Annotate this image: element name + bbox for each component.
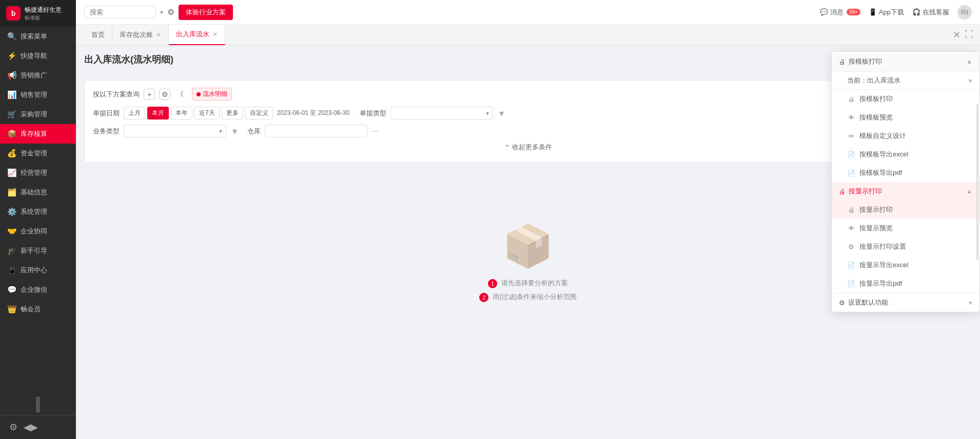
tabs-bar: 首页 库存批次账 ✕ 出入库流水 ✕ ✕ ⛶ bbox=[76, 25, 980, 45]
biz-type-select[interactable] bbox=[124, 125, 226, 137]
online-service-btn[interactable]: 🎧 在线客服 bbox=[912, 8, 949, 17]
sidebar-item-app-center[interactable]: 📱 应用中心 bbox=[0, 261, 76, 280]
template-preview-icon: 👁 bbox=[847, 114, 855, 122]
dropdown-footer[interactable]: ⚙ 设置默认功能 ▾ bbox=[832, 293, 979, 312]
date-btn-7days[interactable]: 近7天 bbox=[194, 107, 220, 119]
purchase-icon: 🛒 bbox=[7, 110, 16, 119]
filter-tag[interactable]: 流水明细 bbox=[192, 88, 232, 101]
empty-step-1: 1 请先选择要分析的方案 bbox=[488, 278, 568, 288]
footer-settings-icon: ⚙ bbox=[839, 299, 845, 307]
dropdown-item-display-export-excel[interactable]: 📄 按显示导出excel bbox=[832, 256, 979, 274]
sidebar-nav: 🔍 搜索菜单 ⚡ 快捷导航 📢 营销推广 📊 销售管理 🛒 采购管理 📦 库存核… bbox=[0, 27, 76, 394]
sidebar-item-guide[interactable]: 🎓 新手引导 bbox=[0, 241, 76, 261]
date-btn-custom[interactable]: 自定义 bbox=[245, 107, 273, 119]
date-btn-this-year[interactable]: 本年 bbox=[171, 107, 192, 119]
tab-batch-account-close[interactable]: ✕ bbox=[156, 31, 161, 38]
sidebar: b 畅捷通好生意 标准版 🔍 搜索菜单 ⚡ 快捷导航 📢 营销推广 📊 销售管理… bbox=[0, 0, 76, 439]
dropdown-item-template-custom[interactable]: ✏ 模板自定义设计 bbox=[832, 127, 979, 145]
chevron-up-icon: ⌃ bbox=[504, 144, 510, 151]
display-preview-icon: 👁 bbox=[847, 225, 855, 232]
biz-type-expand-icon[interactable]: ▾ bbox=[232, 126, 237, 137]
sidebar-item-cooperation[interactable]: 🤝 企业协同 bbox=[0, 222, 76, 241]
dropdown-item-display-print[interactable]: 🖨 按显示打印 bbox=[832, 201, 979, 219]
dropdown-current-template[interactable]: 当前：出入库流水 ▾ bbox=[832, 72, 979, 90]
topbar-search-input[interactable] bbox=[84, 6, 156, 18]
dropdown-item-display-settings[interactable]: ⚙ 按显示打印设置 bbox=[832, 237, 979, 256]
tab-flow[interactable]: 出入库流水 ✕ bbox=[169, 25, 225, 45]
app-download-btn[interactable]: 📱 App下载 bbox=[869, 8, 904, 17]
sidebar-toggle-button[interactable]: ◀▶ bbox=[22, 420, 40, 435]
bill-type-select[interactable] bbox=[390, 107, 493, 119]
display-settings-icon: ⚙ bbox=[847, 243, 855, 251]
dropdown-display-section[interactable]: 🖨 按显示打印 ▲ bbox=[832, 182, 979, 201]
dropdown-scrollbar[interactable] bbox=[976, 104, 978, 260]
tab-maximize-icon[interactable]: ⛶ bbox=[965, 29, 974, 40]
sidebar-item-inventory[interactable]: 📦 库存核算 bbox=[0, 124, 76, 144]
warehouse-more-icon[interactable]: ··· bbox=[371, 127, 378, 136]
sidebar-item-search[interactable]: 🔍 搜索菜单 bbox=[0, 27, 76, 46]
date-btn-last-month[interactable]: 上月 bbox=[124, 107, 145, 119]
sidebar-item-sales[interactable]: 📊 销售管理 bbox=[0, 85, 76, 105]
bill-type-select-wrapper bbox=[390, 107, 493, 119]
filter-add-btn[interactable]: + bbox=[144, 89, 155, 100]
sidebar-settings-button[interactable]: ⚙ bbox=[7, 420, 19, 435]
tab-home[interactable]: 首页 bbox=[84, 25, 112, 45]
topbar-gear-icon[interactable]: ⚙ bbox=[167, 7, 174, 17]
member-icon: 👑 bbox=[7, 305, 16, 314]
sidebar-item-finance[interactable]: 💰 资金管理 bbox=[0, 144, 76, 163]
filter-settings-btn[interactable]: ⚙ bbox=[159, 89, 170, 100]
step2-num: 2 bbox=[479, 293, 488, 302]
sidebar-item-quick-nav[interactable]: ⚡ 快捷导航 bbox=[0, 46, 76, 66]
footer-arrow: ▾ bbox=[969, 299, 972, 307]
dropdown-item-display-preview[interactable]: 👁 按显示预览 bbox=[832, 219, 979, 237]
tab-close-all-icon[interactable]: ✕ bbox=[953, 29, 961, 41]
sidebar-item-basic[interactable]: 🗂️ 基础信息 bbox=[0, 183, 76, 202]
tab-flow-close[interactable]: ✕ bbox=[212, 31, 218, 38]
filter-warehouse-field: 仓库 ··· bbox=[247, 125, 378, 137]
basic-icon: 🗂️ bbox=[7, 188, 16, 197]
tab-batch-account[interactable]: 库存批次账 ✕ bbox=[112, 25, 169, 45]
dropdown-item-template-export-pdf[interactable]: 📄 按模板导出pdf bbox=[832, 164, 979, 182]
headset-icon: 🎧 bbox=[912, 8, 920, 16]
topbar-chevron-icon: ▾ bbox=[160, 9, 163, 16]
tabs-right-actions: ✕ ⛶ bbox=[953, 29, 980, 41]
quick-nav-icon: ⚡ bbox=[7, 51, 16, 61]
finance-icon: 💰 bbox=[7, 149, 16, 158]
date-btn-this-month[interactable]: 本月 bbox=[147, 107, 169, 119]
filter-bill-type-field: 单据类型 ▾ bbox=[360, 107, 504, 119]
marketing-icon: 📢 bbox=[7, 71, 16, 80]
date-btns: 上月 本月 本年 近7天 更多 自定义 bbox=[124, 107, 273, 119]
current-template-arrow: ▾ bbox=[969, 77, 972, 85]
empty-illustration: 📦 bbox=[502, 222, 554, 270]
sidebar-item-system[interactable]: ⚙️ 系统管理 bbox=[0, 202, 76, 222]
message-badge: 99+ bbox=[847, 9, 860, 15]
dropdown-item-template-preview[interactable]: 👁 按模板预览 bbox=[832, 108, 979, 127]
dropdown-header[interactable]: 🖨 按模板打印 ▲ bbox=[832, 52, 979, 72]
filter-collapse-btn[interactable]: 《 bbox=[174, 89, 186, 100]
filter-biz-type-field: 业务类型 ▾ bbox=[93, 125, 237, 137]
dropdown-item-template-export-excel[interactable]: 📄 按模板导出excel bbox=[832, 145, 979, 164]
dropdown-close-icon[interactable]: ▲ bbox=[966, 58, 972, 65]
sidebar-item-weixin[interactable]: 💬 企业微信 bbox=[0, 280, 76, 300]
trial-btn[interactable]: 体验行业方案 bbox=[179, 5, 233, 20]
warehouse-input[interactable] bbox=[265, 125, 367, 137]
dropdown-item-display-export-pdf[interactable]: 📄 按显示导出pdf bbox=[832, 274, 979, 293]
guide-icon: 🎓 bbox=[7, 246, 16, 255]
sidebar-item-member[interactable]: 👑 畅会员 bbox=[0, 300, 76, 319]
filter-date-field: 单据日期 上月 本月 本年 近7天 更多 自定义 2023-06-01 至 20… bbox=[93, 107, 349, 119]
display-section-close[interactable]: ▲ bbox=[966, 188, 972, 195]
date-btn-more[interactable]: 更多 bbox=[222, 107, 243, 119]
dropdown-item-template-print[interactable]: 🖨 按模板打印 bbox=[832, 90, 979, 108]
display-excel-icon: 📄 bbox=[847, 262, 855, 269]
message-btn[interactable]: 💬 消息 99+ bbox=[820, 8, 860, 17]
sidebar-item-purchase[interactable]: 🛒 采购管理 bbox=[0, 105, 76, 124]
sidebar-logo: b 畅捷通好生意 标准版 bbox=[0, 0, 76, 27]
template-print-icon: 🖨 bbox=[847, 95, 855, 103]
user-avatar[interactable]: Rit bbox=[957, 5, 972, 19]
sidebar-item-operations[interactable]: 📈 经营管理 bbox=[0, 163, 76, 183]
biz-type-select-wrapper bbox=[124, 125, 226, 137]
app-icon: 📱 bbox=[869, 8, 877, 16]
bill-type-expand-icon[interactable]: ▾ bbox=[499, 108, 504, 119]
message-icon: 💬 bbox=[820, 8, 828, 16]
sidebar-item-marketing[interactable]: 📢 营销推广 bbox=[0, 66, 76, 85]
